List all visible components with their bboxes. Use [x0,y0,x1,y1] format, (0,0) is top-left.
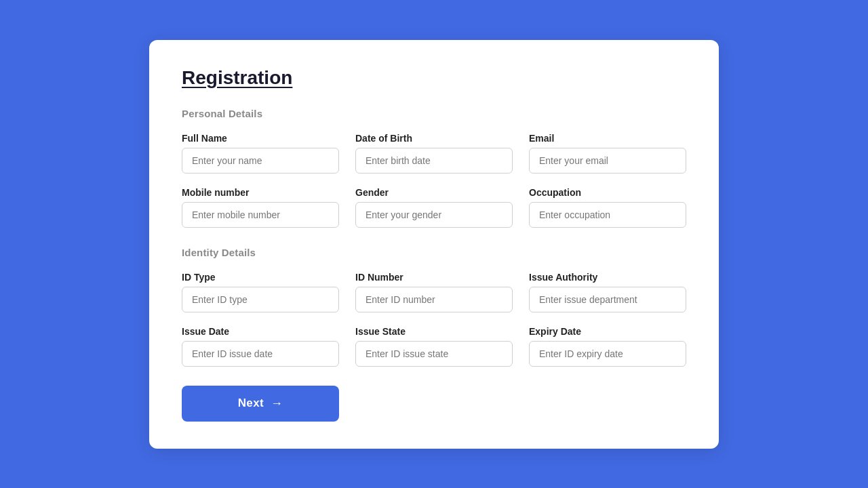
issue-date-group: Issue Date [182,326,339,367]
mobile-input[interactable] [182,202,339,228]
occupation-group: Occupation [529,187,686,228]
issue-date-label: Issue Date [182,326,339,337]
issue-date-input[interactable] [182,341,339,367]
next-button[interactable]: Next → [182,386,339,422]
next-button-label: Next [238,396,264,410]
gender-label: Gender [355,187,513,198]
email-input[interactable] [529,148,686,174]
identity-details-grid: ID Type ID Number Issue Authority Issue … [182,272,686,367]
id-type-input[interactable] [182,287,339,312]
id-number-input[interactable] [355,287,513,312]
issue-authority-input[interactable] [529,287,686,312]
registration-card: Registration Personal Details Full Name … [149,40,719,449]
gender-input[interactable] [355,202,513,228]
arrow-right-icon: → [271,396,283,411]
personal-details-section: Personal Details Full Name Date of Birth… [182,108,686,228]
email-group: Email [529,133,686,174]
issue-state-input[interactable] [355,341,513,367]
full-name-group: Full Name [182,133,339,174]
issue-authority-group: Issue Authority [529,272,686,312]
issue-authority-label: Issue Authority [529,272,686,283]
personal-details-grid: Full Name Date of Birth Email Mobile num… [182,133,686,228]
expiry-date-label: Expiry Date [529,326,686,337]
dob-group: Date of Birth [355,133,513,174]
id-number-label: ID Number [355,272,513,283]
identity-details-section: Identity Details ID Type ID Number Issue… [182,247,686,367]
dob-label: Date of Birth [355,133,513,144]
mobile-label: Mobile number [182,187,339,198]
identity-details-heading: Identity Details [182,247,686,258]
expiry-date-group: Expiry Date [529,326,686,367]
id-type-label: ID Type [182,272,339,283]
issue-state-group: Issue State [355,326,513,367]
occupation-input[interactable] [529,202,686,228]
occupation-label: Occupation [529,187,686,198]
mobile-group: Mobile number [182,187,339,228]
personal-details-heading: Personal Details [182,108,686,119]
email-label: Email [529,133,686,144]
gender-group: Gender [355,187,513,228]
issue-state-label: Issue State [355,326,513,337]
expiry-date-input[interactable] [529,341,686,367]
page-title: Registration [182,67,686,89]
id-number-group: ID Number [355,272,513,312]
id-type-group: ID Type [182,272,339,312]
full-name-label: Full Name [182,133,339,144]
full-name-input[interactable] [182,148,339,174]
dob-input[interactable] [355,148,513,174]
